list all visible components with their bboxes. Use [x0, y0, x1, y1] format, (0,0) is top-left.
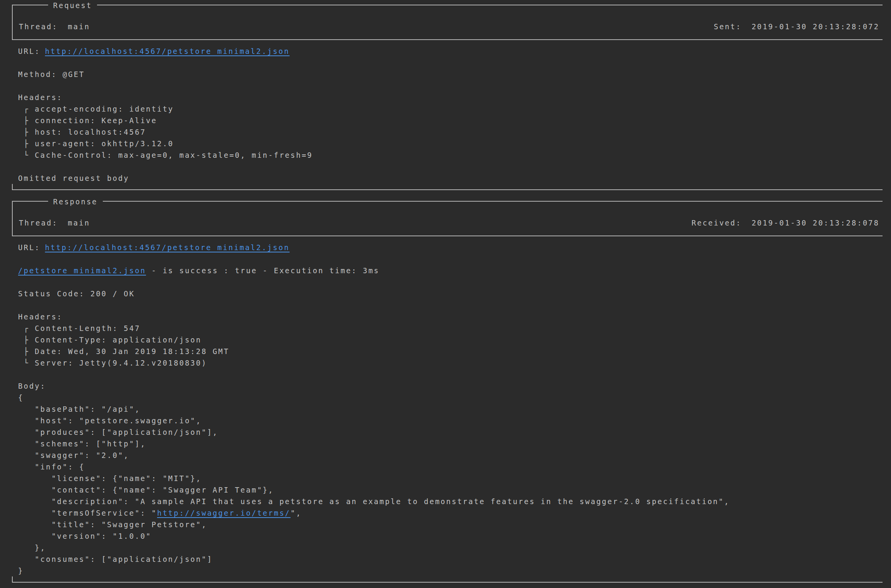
body-line: "produces": ["application/json"], [0, 426, 891, 438]
result-text: - is success : true - Execution time: 3m… [146, 266, 379, 275]
header-line: ├ Date: Wed, 30 Jan 2019 18:13:28 GMT [0, 346, 891, 357]
body-line: "consumes": ["application/json"] [0, 553, 891, 565]
response-body-json: { "basePath": "/api", "host": "petstore.… [0, 392, 891, 576]
response-url-line: URL:http://localhost:4567/petstore_minim… [0, 242, 891, 253]
received-timestamp: 2019-01-30 20:13:28:078 [752, 219, 879, 227]
request-method-line: Method: @GET [0, 68, 891, 80]
request-sent: Sent:2019-01-30 20:13:28:072 [714, 21, 879, 32]
request-url-link[interactable]: http://localhost:4567/petstore_minimal2.… [45, 47, 290, 55]
response-thread-row: Thread:mainReceived:2019-01-30 20:13:28:… [13, 217, 883, 229]
body-line: "description": "A sample API that uses a… [0, 496, 891, 507]
response-thread: Thread:main [19, 217, 90, 229]
request-url-line: URL:http://localhost:4567/petstore_minim… [0, 45, 891, 57]
body-line: "info": { [0, 461, 891, 473]
thread-value: main [68, 22, 90, 31]
response-content: URL:http://localhost:4567/petstore_minim… [0, 242, 891, 576]
request-section-bottom-border [12, 184, 883, 190]
body-text: ", [291, 509, 302, 517]
body-text: "termsOfService": " [18, 509, 157, 517]
thread-label: Thread: [19, 22, 58, 31]
response-headers-label: Headers: [0, 311, 891, 322]
response-status-line: Status Code: 200 / OK [0, 288, 891, 299]
body-line: "host": "petstore.swagger.io", [0, 415, 891, 426]
blank-line [0, 57, 891, 68]
request-body-note: Omitted request body [0, 172, 891, 184]
header-line: ├ Content-Type: application/json [0, 334, 891, 346]
header-line: └ Cache-Control: max-age=0, max-stale=0,… [0, 149, 891, 161]
response-result-line: /petstore_minimal2.json - is success : t… [0, 265, 891, 276]
header-line: ┌ accept-encoding: identity [0, 103, 891, 115]
request-section-box: Request Thread:mainSent:2019-01-30 20:13… [12, 5, 883, 40]
response-section-bottom-border [12, 576, 883, 583]
request-box-spacer [13, 5, 883, 21]
sent-label: Sent: [714, 22, 742, 31]
blank-line [0, 276, 891, 288]
sent-timestamp: 2019-01-30 20:13:28:072 [752, 22, 879, 31]
terms-of-service-link[interactable]: http://swagger.io/terms/ [157, 509, 291, 517]
body-line: "contact": {"name": "Swagger API Team"}, [0, 484, 891, 496]
header-line: ├ user-agent: okhttp/3.12.0 [0, 138, 891, 149]
received-label: Received: [692, 219, 742, 227]
response-received: Received:2019-01-30 20:13:28:078 [692, 217, 879, 229]
blank-line [0, 253, 891, 265]
response-box-spacer [13, 202, 883, 217]
body-line: }, [0, 542, 891, 553]
body-line: "termsOfService": "http://swagger.io/ter… [0, 507, 891, 519]
request-content: URL:http://localhost:4567/petstore_minim… [0, 45, 891, 184]
body-line: } [0, 565, 891, 576]
body-line: "title": "Swagger Petstore", [0, 519, 891, 530]
body-line: "version": "1.0.0" [0, 530, 891, 542]
body-line: "swagger": "2.0", [0, 449, 891, 461]
header-line: ┌ Content-Length: 547 [0, 322, 891, 334]
response-body-label: Body: [0, 380, 891, 392]
thread-value: main [68, 219, 90, 227]
body-line: "schemes": ["http"], [0, 438, 891, 449]
response-headers-list: ┌ Content-Length: 547 ├ Content-Type: ap… [0, 322, 891, 369]
http-log-console: Request Thread:mainSent:2019-01-30 20:13… [0, 5, 891, 588]
request-thread-row: Thread:mainSent:2019-01-30 20:13:28:072 [13, 21, 883, 32]
endpoint-link[interactable]: /petstore_minimal2.json [18, 266, 146, 275]
response-section-title: Response [48, 196, 103, 207]
blank-line [0, 80, 891, 92]
response-url-link[interactable]: http://localhost:4567/petstore_minimal2.… [45, 243, 290, 252]
request-headers-label: Headers: [0, 92, 891, 103]
blank-line [0, 161, 891, 172]
url-label: URL: [18, 47, 40, 55]
thread-label: Thread: [19, 219, 58, 227]
body-line: "license": {"name": "MIT"}, [0, 473, 891, 484]
blank-line [0, 299, 891, 311]
url-label: URL: [18, 243, 40, 252]
blank-line [0, 369, 891, 380]
body-line: { [0, 392, 891, 403]
body-line: "basePath": "/api", [0, 403, 891, 415]
request-section-title: Request [48, 0, 97, 11]
request-headers-list: ┌ accept-encoding: identity ├ connection… [0, 103, 891, 161]
header-line: ├ host: localhost:4567 [0, 126, 891, 138]
header-line: └ Server: Jetty(9.4.12.v20180830) [0, 357, 891, 369]
response-section-box: Response Thread:mainReceived:2019-01-30 … [12, 201, 883, 236]
request-thread: Thread:main [19, 21, 90, 32]
header-line: ├ connection: Keep-Alive [0, 115, 891, 126]
